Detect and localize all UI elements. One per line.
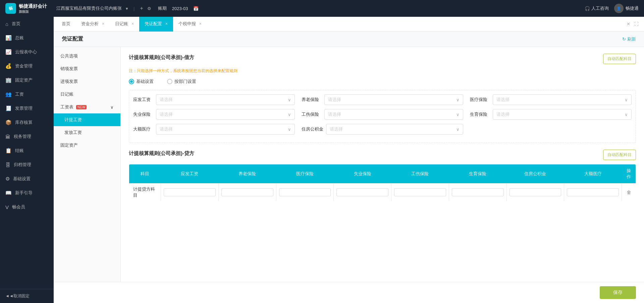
input-medical[interactable] <box>279 188 331 196</box>
close-tab-icon[interactable]: ✕ <box>627 21 630 27</box>
chevron-down-icon: ∨ <box>456 97 460 102</box>
tab-voucher-config[interactable]: 凭证配置 × <box>139 17 173 32</box>
cell-unemployment-val <box>334 184 391 201</box>
sidebar-label: 结账 <box>15 148 24 154</box>
close-tab-journal[interactable]: × <box>131 21 134 26</box>
sidebar-item-closing[interactable]: 📋 结账 <box>0 144 54 158</box>
cell-pension-val <box>218 184 276 201</box>
debit-note: 注：只能选择一种方式，系统将按照您当前的选择来配置规则 <box>129 68 636 74</box>
tabs-actions: ✕ ⛶ <box>624 21 641 27</box>
settings-icon[interactable]: ⚙ <box>147 6 151 11</box>
radio-department-label: 按部门设置 <box>174 79 196 85</box>
credit-section-header: 计提核算规则(公司承担)-贷方 自动匹配科目 <box>129 150 636 160</box>
field-shengyu: 生育保险 请选择 ∨ <box>470 109 632 120</box>
nav-item-pay-salary[interactable]: 发放工资 <box>54 126 120 139</box>
sidebar-item-funds[interactable]: 💰 资金管理 <box>0 59 54 73</box>
sidebar-label: 工资 <box>15 91 24 97</box>
sidebar-item-invoice[interactable]: 🧾 发票管理 <box>0 101 54 115</box>
radio-department[interactable]: 按部门设置 <box>167 79 196 85</box>
field-select-injury[interactable]: 请选择 ∨ <box>324 109 463 120</box>
field-select-salary[interactable]: 请选择 ∨ <box>156 94 295 105</box>
input-housing[interactable] <box>509 188 561 196</box>
calendar-icon[interactable]: 📅 <box>193 6 199 11</box>
sidebar-item-reports[interactable]: 📈 云报表中心 <box>0 45 54 59</box>
field-select-housing-fund[interactable]: 请选择 ∨ <box>326 124 463 135</box>
cell-subject-name: 计提贷方科目 <box>129 184 161 201</box>
nav-item-accrue-salary[interactable]: 计提工资 <box>54 113 120 126</box>
company-name: 江西服宝精品有限责任公司内账张 <box>56 5 122 11</box>
nav-item-fixed-assets[interactable]: 固定资产 <box>54 139 120 152</box>
cell-salary-val <box>161 184 219 201</box>
period-value: 2023-03 <box>172 6 188 11</box>
chevron-down-icon: ∨ <box>110 105 114 110</box>
field-select-unemployment[interactable]: 请选择 ∨ <box>156 109 295 120</box>
input-salary[interactable] <box>164 188 216 196</box>
nav-item-purchase-invoice[interactable]: 进项发票 <box>54 75 120 88</box>
tabs-bar: 首页 资金分析 × 日记账 × 凭证配置 × 个税申报 × ✕ ⛶ <box>54 17 644 32</box>
field-select-large-medical[interactable]: 请选择 ∨ <box>156 124 295 135</box>
sidebar-item-assets[interactable]: 🏢 固定资产 <box>0 73 54 87</box>
save-btn[interactable]: 保存 <box>600 286 636 299</box>
cell-housing-val <box>506 184 564 201</box>
logo-area: 畅 畅捷通好会计 旗舰版 <box>5 3 52 14</box>
tab-home[interactable]: 首页 <box>56 17 76 32</box>
logo-icon: 畅 <box>5 3 16 14</box>
credit-section: 计提核算规则(公司承担)-贷方 自动匹配科目 科目 应发工资 养老保险 医疗保险… <box>129 150 636 201</box>
nav-item-journal[interactable]: 日记账 <box>54 88 120 101</box>
close-tab-fund[interactable]: × <box>102 21 104 26</box>
radio-department-circle <box>167 79 172 84</box>
sidebar-item-salary[interactable]: 👥 工资 <box>0 87 54 101</box>
auto-match-debit-btn[interactable]: 自动匹配科目 <box>603 54 636 64</box>
auto-match-credit-btn[interactable]: 自动匹配科目 <box>603 150 636 160</box>
funds-icon: 💰 <box>5 63 12 69</box>
cell-medical-val <box>276 184 334 201</box>
content-area: 首页 资金分析 × 日记账 × 凭证配置 × 个税申报 × ✕ ⛶ <box>54 17 644 303</box>
field-yingfagongzi: 应发工资 请选择 ∨ <box>133 94 295 105</box>
tab-fund-analysis[interactable]: 资金分析 × <box>76 17 110 32</box>
close-tab-voucher[interactable]: × <box>165 21 168 26</box>
sidebar-item-archive[interactable]: 🗄 归档管理 <box>0 158 54 172</box>
cell-injury-val <box>391 184 449 201</box>
refresh-btn[interactable]: ↻ 刷新 <box>622 36 636 42</box>
sidebar-label: 发票管理 <box>15 105 33 111</box>
nav-item-sales-invoice[interactable]: 销项发票 <box>54 62 120 75</box>
radio-basic[interactable]: 基础设置 <box>129 79 154 85</box>
company-dropdown[interactable]: ▾ <box>126 6 128 11</box>
add-account-btn[interactable]: + <box>140 5 143 11</box>
sidebar-item-guide[interactable]: 📖 新手引导 <box>0 186 54 200</box>
delete-row-btn[interactable]: 🗑 <box>627 190 631 195</box>
sidebar-item-tax[interactable]: 🏛 税务管理 <box>0 130 54 144</box>
main-content: 公共选项 销项发票 进项发票 日记账 工资表 NEW ∨ <box>54 47 644 282</box>
service-btn[interactable]: 🎧 人工咨询 <box>585 5 609 11</box>
input-large-medical[interactable] <box>567 188 619 196</box>
th-salary: 应发工资 <box>161 164 219 184</box>
input-unemployment[interactable] <box>336 188 388 196</box>
sidebar-label: 归档管理 <box>14 162 31 168</box>
field-select-medical[interactable]: 请选择 ∨ <box>493 94 632 105</box>
tab-journal[interactable]: 日记账 × <box>110 17 139 32</box>
sidebar-item-vip[interactable]: V 畅会员 <box>0 200 54 214</box>
input-maternity[interactable] <box>452 188 504 196</box>
sidebar-item-settings[interactable]: ⚙ 基础设置 <box>0 172 54 186</box>
input-pension[interactable] <box>221 188 273 196</box>
sidebar-label: 资金管理 <box>15 63 33 69</box>
sidebar-item-home[interactable]: ⌂ 首页 <box>0 17 54 31</box>
debit-row-3: 大额医疗 请选择 ∨ 住房公积金 请选择 ∨ <box>133 124 632 135</box>
expand-tab-icon[interactable]: ⛶ <box>634 21 639 27</box>
user-menu[interactable]: 👤 畅捷通 <box>614 4 639 13</box>
sidebar-pin-toggle[interactable]: ◄◄取消固定 <box>0 289 54 303</box>
nav-item-payroll-table[interactable]: 工资表 NEW ∨ <box>54 101 120 113</box>
invoice-icon: 🧾 <box>5 105 12 111</box>
sidebar-item-inventory[interactable]: 📦 库存核算 <box>0 115 54 130</box>
nav-item-public[interactable]: 公共选项 <box>54 50 120 62</box>
gear-icon: ⚙ <box>5 176 10 182</box>
tab-tax[interactable]: 个税申报 × <box>173 17 207 32</box>
salary-icon: 👥 <box>5 91 12 97</box>
close-tab-tax[interactable]: × <box>199 21 202 26</box>
field-label-housing-fund: 住房公积金 <box>302 126 323 132</box>
sidebar-item-ledger[interactable]: 📊 总账 <box>0 31 54 45</box>
field-select-maternity[interactable]: 请选择 ∨ <box>493 109 632 120</box>
field-select-pension[interactable]: 请选择 ∨ <box>324 94 463 105</box>
input-injury[interactable] <box>394 188 446 196</box>
field-label-salary: 应发工资 <box>133 97 153 103</box>
